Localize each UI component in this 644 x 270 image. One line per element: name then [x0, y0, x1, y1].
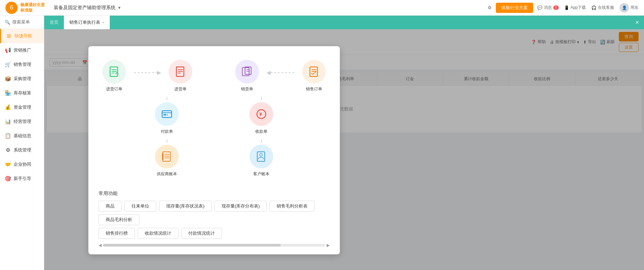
system-icon: ⚙ — [5, 147, 11, 153]
arrow-purchase-order-to-bill: ▶ — [134, 69, 161, 76]
sidebar-item-purchase[interactable]: 📦 采购管理 — [0, 72, 44, 86]
popup-scrollbar[interactable]: ◀ ▶ — [99, 243, 330, 248]
enterprise-icon: 🤝 — [5, 161, 11, 167]
purchase-bill-icon — [169, 60, 192, 84]
func-btn-sales-profit[interactable]: 销售毛利分析表 — [269, 201, 315, 212]
sidebar-item-marketing[interactable]: 📢 营销推广 — [0, 43, 44, 57]
svg-rect-17 — [163, 114, 166, 115]
top-right: 💬 消息 5 📱 App下载 🎧 在线客服 👤 用友 — [537, 3, 639, 13]
sales-icon: 🛒 — [5, 61, 11, 68]
func-buttons-row2: 销售排行榜 收款情况统计 付款情况统计 — [99, 228, 330, 239]
flow-node-receipt[interactable]: ¥ 收款单 — [249, 102, 273, 134]
payment-label: 付款单 — [161, 129, 173, 134]
sidebar-item-finance[interactable]: 💰 资金管理 — [0, 100, 44, 114]
message-item[interactable]: 💬 消息 5 — [537, 5, 559, 11]
customer-ledger-icon — [249, 145, 273, 168]
sidebar-item-newbie[interactable]: 🎯 新手引导 — [0, 172, 44, 186]
top-bar: 6 畅康通好生意 标准版 装备及固定资产辅助管理系统 ▾ ⚙ 体验行业方案 💬 … — [0, 0, 644, 16]
nav-items: ⊞ 快捷导航 📢 营销推广 🛒 销售管理 📦 采购管理 🏪 库存核算 — [0, 29, 44, 270]
tab-close-icon[interactable]: × — [102, 20, 104, 24]
func-btn-receipt-stats[interactable]: 收款情况统计 — [138, 228, 178, 239]
purchase-order-label: 进货订单 — [106, 86, 122, 92]
svg-point-27 — [260, 154, 262, 156]
sales-order-icon — [302, 60, 326, 84]
logo-area: 6 畅康通好生意 标准版 — [5, 2, 50, 14]
flow-node-payment[interactable]: ¥ 付款单 — [155, 102, 179, 134]
search-menu-btn[interactable]: 🔍 搜索菜单 — [0, 16, 44, 29]
receipt-icon: ¥ — [249, 102, 273, 126]
finance-icon: 💰 — [5, 104, 11, 110]
func-btn-payment-stats[interactable]: 付款情况统计 — [181, 228, 222, 239]
purchase-icon: 📦 — [5, 76, 11, 82]
customer-ledger-label: 客户账本 — [253, 171, 269, 177]
popup: 进货订单 ▶ — [88, 46, 340, 254]
func-btn-stock-status[interactable]: 现存量(库存状况表) — [159, 201, 212, 212]
main-body: ❓ 帮助 🖨 按模板打印 ▾ ⬆ 导出 🔄 刷新 — [44, 29, 644, 270]
app-download-item[interactable]: 📱 App下载 — [564, 5, 586, 11]
purchase-order-icon — [102, 60, 126, 84]
inventory-icon: 🏪 — [5, 90, 11, 96]
common-funcs-title: 常用功能 — [99, 191, 330, 197]
func-btn-product[interactable]: 商品 — [99, 201, 122, 212]
avatar: 👤 — [620, 3, 629, 13]
main-content: 🔍 搜索菜单 ⊞ 快捷导航 📢 营销推广 🛒 销售管理 📦 采 — [0, 16, 644, 270]
svg-rect-22 — [162, 153, 163, 160]
sidebar-item-enterprise[interactable]: 🤝 企业协同 — [0, 157, 44, 172]
func-btn-product-profit[interactable]: 商品毛利分析 — [99, 214, 139, 225]
system-name: 装备及固定资产辅助管理系统 — [54, 5, 116, 11]
search-icon: 🔍 — [5, 20, 10, 25]
flow-node-purchase-bill[interactable]: 进货单 — [169, 60, 192, 92]
scroll-right-arrow[interactable]: ▶ — [327, 243, 330, 248]
svg-rect-21 — [163, 152, 170, 161]
tab-sales-order-exec[interactable]: 销售订单执行表 × — [64, 16, 110, 29]
trial-btn[interactable]: 体验行业方案 — [496, 3, 533, 13]
basic-icon: 📋 — [5, 133, 11, 139]
supplier-ledger-icon — [155, 145, 179, 168]
system-title: 装备及固定资产辅助管理系统 ▾ — [54, 5, 484, 11]
svg-text:¥: ¥ — [259, 111, 262, 117]
logo-text: 畅康通好生意 标准版 — [20, 2, 45, 13]
receipt-label: 收款单 — [255, 129, 267, 134]
marketing-icon: 📢 — [5, 47, 11, 53]
sidebar-item-sales[interactable]: 🛒 销售管理 — [0, 57, 44, 72]
settings-icon[interactable]: ⚙ — [488, 5, 492, 10]
headset-icon: 🎧 — [591, 5, 596, 10]
scroll-left-arrow[interactable]: ◀ — [99, 243, 102, 248]
func-btn-counterparty[interactable]: 往来单位 — [124, 201, 156, 212]
scroll-thumb[interactable] — [103, 244, 281, 247]
online-service-item[interactable]: 🎧 在线客服 — [591, 5, 614, 11]
window-close-btn[interactable]: × — [630, 16, 644, 29]
flow-node-sales-bill[interactable]: 销货单 — [235, 60, 259, 92]
sales-order-label: 销售订单 — [306, 86, 322, 92]
user-item[interactable]: 👤 用友 — [620, 3, 639, 13]
scroll-track[interactable] — [103, 244, 325, 247]
flow-node-sales-order[interactable]: 销售订单 — [302, 60, 326, 92]
message-badge: 5 — [553, 5, 559, 10]
sidebar-item-operation[interactable]: 📊 经营管理 — [0, 114, 44, 129]
app-wrapper: 6 畅康通好生意 标准版 装备及固定资产辅助管理系统 ▾ ⚙ 体验行业方案 💬 … — [0, 0, 644, 270]
tabs-bar: 首页 销售订单执行表 × × — [44, 16, 644, 29]
operation-icon: 📊 — [5, 119, 11, 125]
newbie-icon: 🎯 — [5, 176, 11, 182]
home-icon: ⊞ — [6, 33, 12, 39]
svg-text:¥: ¥ — [166, 113, 168, 116]
flow-node-customer-ledger[interactable]: 客户账本 — [249, 145, 273, 177]
logo-icon: 6 — [5, 2, 18, 14]
func-btn-stock-dist[interactable]: 现存量(库存分布表) — [214, 201, 267, 212]
sidebar-item-quick-nav[interactable]: ⊞ 快捷导航 — [0, 29, 44, 43]
func-btn-sales-ranking[interactable]: 销售排行榜 — [99, 228, 135, 239]
flow-node-purchase-order[interactable]: 进货订单 — [102, 60, 126, 92]
sales-bill-label: 销货单 — [241, 86, 253, 92]
func-buttons-row1: 商品 往来单位 现存量(库存状况表) 现存量(库存分布表) 销售毛利分析表 商品… — [99, 201, 330, 225]
system-dropdown-btn[interactable]: ▾ — [118, 5, 121, 10]
sidebar-item-basic[interactable]: 📋 基础信息 — [0, 129, 44, 143]
tab-home[interactable]: 首页 — [44, 16, 64, 29]
sidebar-item-system[interactable]: ⚙ 系统管理 — [0, 143, 44, 157]
content-area: 首页 销售订单执行表 × × ❓ 帮助 🖨 — [44, 16, 644, 270]
message-icon: 💬 — [537, 5, 542, 10]
app-download-icon: 📱 — [564, 5, 569, 10]
sidebar-item-inventory[interactable]: 🏪 库存核算 — [0, 86, 44, 100]
svg-rect-26 — [257, 152, 265, 161]
common-funcs: 常用功能 商品 往来单位 现存量(库存状况表) 现存量(库存分布表) 销售毛利分… — [99, 191, 330, 239]
flow-node-supplier-ledger[interactable]: 供应商账本 — [155, 145, 179, 177]
